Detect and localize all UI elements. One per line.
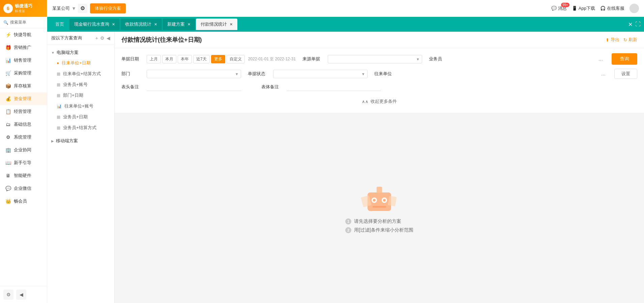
this-month-btn[interactable]: 本月 bbox=[162, 55, 176, 63]
doc-status-select[interactable]: ▾ bbox=[273, 70, 368, 78]
company-dropdown-icon[interactable]: ▾ bbox=[72, 5, 75, 11]
staff-filter-label: 业务员 bbox=[429, 56, 447, 62]
logo-text-block: 畅捷通巧 标准版 bbox=[15, 3, 32, 13]
add-scheme-btn[interactable]: + bbox=[95, 35, 98, 41]
member-icon: 👑 bbox=[5, 198, 11, 204]
scheme-partner-date[interactable]: ● 往来单位+日期 bbox=[47, 58, 114, 68]
topbar-right: 💬 消息 99+ 📱 App下载 🎧 在线客服 bbox=[551, 4, 639, 13]
panel-header-label: 按以下方案查询 bbox=[51, 35, 82, 41]
search-menu[interactable]: 🔍 搜索菜单 bbox=[0, 17, 47, 28]
system-icon: ⚙ bbox=[5, 134, 11, 140]
staff-ellipsis-btn[interactable]: ... bbox=[598, 56, 603, 62]
scheme-staff-payment[interactable]: ▦ 业务员+结算方式 bbox=[47, 122, 114, 133]
tab-collection-stats-label: 收款情况统计 bbox=[125, 21, 151, 27]
topbar-settings-btn[interactable]: ⚙ bbox=[78, 4, 87, 13]
smart-hw-icon: 🖥 bbox=[5, 173, 11, 179]
collapse-sidebar-btn[interactable]: ◀ bbox=[16, 290, 26, 300]
close-all-tabs-btn[interactable]: ✕ bbox=[628, 21, 633, 28]
finance-icon: 💰 bbox=[5, 96, 11, 102]
tab-new-scheme-close[interactable]: ✕ bbox=[187, 22, 191, 27]
sidebar-item-label: 企业微信 bbox=[14, 185, 31, 191]
tab-cash-flow[interactable]: 现金银行流水查询 ✕ bbox=[69, 19, 120, 30]
panel-header: 按以下方案查询 + ⚙ ◀ bbox=[47, 32, 114, 45]
sidebar-header: 6 畅捷通巧 标准版 bbox=[0, 0, 47, 17]
sidebar-item-basic-info[interactable]: 🗂 基础信息 bbox=[0, 118, 47, 131]
partner-ellipsis-btn[interactable]: ... bbox=[601, 71, 606, 77]
filter-area: 单据日期 上月 本月 本年 近7天 更多 自定义 2022-01-01 至 20… bbox=[115, 48, 644, 113]
date-range-display: 2022-01-01 至 2022-12-31 bbox=[248, 56, 296, 62]
doc-status-filter-label: 单据状态 bbox=[248, 71, 266, 77]
scheme-settings-btn[interactable]: ⚙ bbox=[100, 35, 105, 41]
online-service-btn[interactable]: 🎧 在线客服 bbox=[600, 5, 624, 11]
main-area: 某某公司 ▾ ⚙ 体验行业方案 💬 消息 99+ 📱 App下载 🎧 在线客服 bbox=[47, 0, 644, 303]
topbar-left: 某某公司 ▾ ⚙ 体验行业方案 bbox=[52, 3, 548, 13]
custom-btn[interactable]: 自定义 bbox=[227, 55, 245, 63]
scheme-dept-date[interactable]: ▦ 部门+日期 bbox=[47, 90, 114, 101]
operations-icon: 📋 bbox=[5, 109, 11, 115]
more-btn[interactable]: 更多 bbox=[211, 55, 225, 63]
settings-footer-btn[interactable]: ⚙ bbox=[3, 290, 13, 300]
sidebar-item-label: 智能硬件 bbox=[14, 173, 31, 179]
collapse-conditions-btn[interactable]: ∧∧ 收起更多条件 bbox=[121, 95, 637, 108]
tab-payment-stats[interactable]: 付款情况统计 ✕ bbox=[196, 19, 237, 30]
refresh-btn[interactable]: ↻ 刷新 bbox=[623, 37, 637, 43]
scheme-staff-date-icon: ▦ bbox=[57, 115, 60, 119]
tab-collection-stats-close[interactable]: ✕ bbox=[154, 22, 157, 27]
source-select[interactable]: ▾ bbox=[328, 55, 422, 63]
scheme-staff-payment-label: 业务员+结算方式 bbox=[63, 125, 96, 131]
sidebar-item-label: 采购管理 bbox=[14, 70, 31, 76]
tab-payment-stats-label: 付款情况统计 bbox=[201, 21, 227, 27]
trial-btn[interactable]: 体验行业方案 bbox=[90, 3, 126, 13]
sidebar-item-system[interactable]: ⚙ 系统管理 bbox=[0, 131, 47, 144]
export-btn[interactable]: ⬆ 导出 bbox=[606, 37, 619, 43]
query-btn[interactable]: 查询 bbox=[612, 53, 637, 65]
scheme-partner-account[interactable]: 📊 往来单位+账号 bbox=[47, 101, 114, 112]
expand-btn[interactable]: ⛶ bbox=[635, 21, 641, 28]
last-7-btn[interactable]: 近7天 bbox=[193, 55, 210, 63]
dept-select[interactable]: ▾ bbox=[147, 70, 241, 78]
sidebar-nav: ⚡ 快捷导航 🎁 营销推广 📊 销售管理 🛒 采购管理 📦 库存核算 💰 资金管… bbox=[0, 28, 47, 286]
sidebar-item-marketing[interactable]: 🎁 营销推广 bbox=[0, 41, 47, 54]
sidebar-item-wechat[interactable]: 💬 企业微信 bbox=[0, 182, 47, 195]
sidebar-item-guide[interactable]: 📖 新手引导 bbox=[0, 156, 47, 169]
quick-nav-icon: ⚡ bbox=[5, 32, 11, 38]
svg-point-5 bbox=[383, 199, 386, 202]
mobile-schemes-section[interactable]: ▶ 移动端方案 bbox=[47, 136, 114, 146]
sidebar-item-operations[interactable]: 📋 经营管理 bbox=[0, 105, 47, 118]
last-month-btn[interactable]: 上月 bbox=[147, 55, 161, 63]
sidebar-item-quick-nav[interactable]: ⚡ 快捷导航 bbox=[0, 28, 47, 41]
settings-btn[interactable]: 设置 bbox=[614, 69, 637, 79]
sidebar-item-inventory[interactable]: 📦 库存核算 bbox=[0, 80, 47, 92]
sidebar-item-label: 企业协同 bbox=[14, 147, 31, 153]
tab-home[interactable]: 首页 bbox=[51, 19, 69, 30]
scheme-staff-date[interactable]: ▦ 业务员+日期 bbox=[47, 112, 114, 122]
message-btn[interactable]: 💬 消息 99+ bbox=[551, 5, 567, 11]
sidebar-item-enterprise[interactable]: 🏢 企业协同 bbox=[0, 144, 47, 156]
app-download-label: App下载 bbox=[579, 5, 595, 11]
tab-cash-flow-close[interactable]: ✕ bbox=[112, 22, 115, 27]
tab-new-scheme[interactable]: 新建方案 ✕ bbox=[163, 19, 195, 30]
collapse-panel-btn[interactable]: ◀ bbox=[107, 35, 110, 41]
body-note-input[interactable] bbox=[287, 83, 381, 91]
user-avatar[interactable] bbox=[630, 4, 639, 13]
this-year-btn[interactable]: 本年 bbox=[178, 55, 192, 63]
tab-collection-stats[interactable]: 收款情况统计 ✕ bbox=[120, 19, 162, 30]
empty-step-2: 2 用[过滤]条件来缩小分析范围 bbox=[345, 227, 413, 233]
app-download-btn[interactable]: 📱 App下载 bbox=[572, 5, 595, 11]
sidebar-item-smart-hw[interactable]: 🖥 智能硬件 bbox=[0, 169, 47, 182]
page-title-bar: 付款情况统计(往来单位+日期) ⬆ 导出 ↻ 刷新 bbox=[115, 32, 644, 48]
empty-text-list: 1 请先选择要分析的方案 2 用[过滤]条件来缩小分析范围 bbox=[345, 218, 413, 236]
desktop-schemes-header[interactable]: ▼ 电脑端方案 bbox=[47, 48, 114, 58]
sidebar-item-finance[interactable]: 💰 资金管理 bbox=[0, 92, 47, 105]
tabbar-actions: ✕ ⛶ bbox=[628, 21, 641, 28]
sidebar-item-sales[interactable]: 📊 销售管理 bbox=[0, 54, 47, 67]
tabbar: 首页 现金银行流水查询 ✕ 收款情况统计 ✕ 新建方案 ✕ 付款情况统计 ✕ ✕… bbox=[47, 17, 644, 32]
sidebar-item-purchase[interactable]: 🛒 采购管理 bbox=[0, 67, 47, 80]
tab-payment-stats-close[interactable]: ✕ bbox=[230, 22, 233, 27]
scheme-partner-payment[interactable]: ▦ 往来单位+结算方式 bbox=[47, 68, 114, 79]
sidebar-item-member[interactable]: 👑 畅会员 bbox=[0, 195, 47, 208]
scheme-staff-account[interactable]: ▦ 业务员+账号 bbox=[47, 79, 114, 90]
sidebar: 6 畅捷通巧 标准版 🔍 搜索菜单 ⚡ 快捷导航 🎁 营销推广 📊 销售管理 🛒… bbox=[0, 0, 47, 303]
header-note-input[interactable] bbox=[147, 83, 241, 91]
topbar: 某某公司 ▾ ⚙ 体验行业方案 💬 消息 99+ 📱 App下载 🎧 在线客服 bbox=[47, 0, 644, 17]
